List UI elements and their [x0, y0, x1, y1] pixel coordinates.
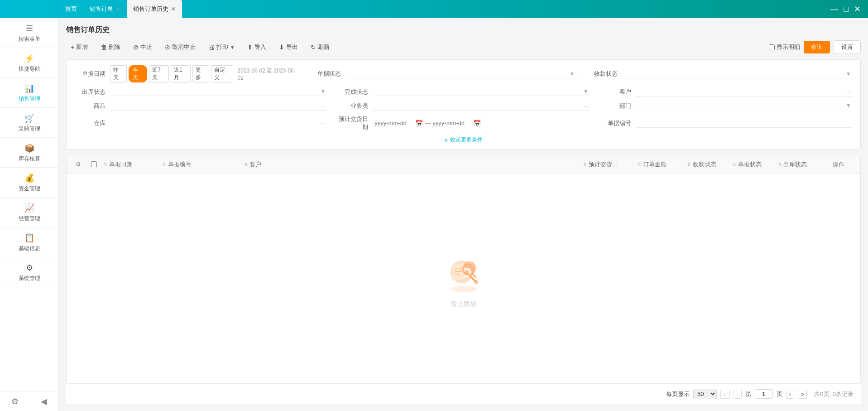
filter-row-4: 仓库 ··· 预计交货日期 📅 — 📅 单据编号 [74, 115, 853, 131]
print-icon: 🖨 [208, 44, 215, 51]
pay-status-label: 收款状态 [586, 70, 622, 78]
total-info: 共0页, 0条记录 [814, 390, 854, 398]
sidebar-item-sales-mgmt-label: 销售管理 [19, 95, 40, 103]
display-toggle[interactable]: 显示明细 [769, 43, 800, 51]
new-button[interactable]: + 新增 [66, 41, 92, 53]
sidebar-collapse-icon[interactable]: ◀ [41, 396, 47, 406]
date-btn-yesterday[interactable]: 昨天 [110, 65, 127, 82]
query-button[interactable]: 查询 [804, 41, 830, 53]
sidebar-item-base-info[interactable]: 📋 基础信息 [0, 227, 58, 257]
delivery-date-start-cal-icon[interactable]: 📅 [415, 120, 423, 127]
stop-label: 中止 [140, 43, 152, 51]
sidebar-item-base-info-label: 基础信息 [19, 245, 40, 252]
tab-sales-order-close[interactable]: ✕ [116, 6, 120, 12]
export-button[interactable]: ⬇ 导出 [274, 41, 302, 53]
stop-icon: ⊘ [133, 44, 139, 51]
sidebar-item-search-menu[interactable]: ☰ 搜索菜单 [0, 18, 58, 48]
tab-sales-order-history-close[interactable]: ✕ [171, 6, 176, 12]
th-sort-amount-icon[interactable]: ⇅ [638, 162, 641, 167]
main-layout: ☰ 搜索菜单 ⚡ 快捷导航 📊 销售管理 🛒 采购管理 📦 库存核算 💰 资金管… [0, 18, 868, 411]
base-info-icon: 📋 [24, 233, 34, 243]
tab-sales-order[interactable]: 销售订单 ✕ [83, 0, 127, 18]
sidebar-item-ops[interactable]: 📈 经营管理 [0, 198, 58, 227]
display-toggle-checkbox[interactable] [769, 44, 775, 50]
next-page-button[interactable]: › [786, 390, 794, 399]
date-btn-last1m[interactable]: 近1月 [171, 65, 191, 82]
window-close-icon[interactable]: ✕ [851, 4, 863, 14]
goods-more-btn[interactable]: ··· [321, 102, 326, 109]
sidebar-item-purchase-mgmt-label: 采购管理 [19, 125, 40, 133]
th-sort-delivery-icon[interactable]: ⇅ [583, 162, 587, 167]
th-sort-pay-status-icon[interactable]: ⇅ [687, 162, 691, 167]
prev-page-button[interactable]: ‹ [734, 390, 742, 399]
date-btn-custom[interactable]: 自定义 [211, 65, 233, 82]
th-delivery: ⇅ 预计交货... [580, 160, 635, 169]
sidebar-item-sys-mgmt[interactable]: ⚙ 系统管理 [0, 257, 58, 287]
delete-button[interactable]: 🗑 删除 [96, 41, 125, 53]
collapse-row[interactable]: ∧ 收起更多条件 [74, 136, 853, 144]
stop-button[interactable]: ⊘ 中止 [129, 41, 157, 53]
refresh-button[interactable]: ↻ 刷新 [306, 41, 334, 53]
date-btn-today[interactable]: 今天 [129, 65, 147, 82]
th-out-status: ⇅ 出库状态 [775, 160, 820, 169]
sidebar-item-inventory[interactable]: 📦 库存核算 [0, 138, 58, 168]
content-area: 销售订单历史 + 新增 🗑 删除 ⊘ 中止 ⊘ 取消中止 🖨 打印 ▼ [59, 18, 868, 411]
window-maximize-icon[interactable]: □ [841, 5, 851, 14]
sidebar-item-sales-mgmt[interactable]: 📊 销售管理 [0, 78, 58, 108]
last-page-button[interactable]: » [798, 390, 807, 399]
tab-sales-order-label: 销售订单 [90, 5, 113, 13]
sidebar-item-purchase-mgmt[interactable]: 🛒 采购管理 [0, 108, 58, 138]
warehouse-label: 仓库 [74, 119, 110, 127]
complete-status-chevron[interactable]: ▼ [583, 88, 589, 95]
salesperson-more-btn[interactable]: ··· [583, 102, 589, 109]
tab-home-label: 首页 [65, 5, 77, 13]
cancel-stop-button[interactable]: ⊘ 取消中止 [160, 41, 200, 53]
th-sort-number-icon[interactable]: ⇅ [163, 162, 166, 167]
th-sort-order-status-icon[interactable]: ⇅ [733, 162, 736, 167]
sidebar-item-finance[interactable]: 💰 资金管理 [0, 168, 58, 198]
display-toggle-label: 显示明细 [777, 43, 800, 51]
settings-button[interactable]: 设置 [834, 40, 861, 54]
th-sort-date-icon[interactable]: ⇅ [104, 162, 107, 167]
date-btn-last7[interactable]: 近7天 [149, 65, 169, 82]
tab-home[interactable]: 首页 [59, 0, 83, 18]
tab-sales-order-history[interactable]: 销售订单历史 ✕ [127, 0, 182, 18]
delete-icon: 🗑 [101, 44, 107, 51]
out-status-chevron[interactable]: ▼ [320, 88, 326, 95]
dept-chevron[interactable]: ▼ [846, 102, 851, 109]
delivery-date-end-input[interactable] [432, 120, 473, 126]
first-page-button[interactable]: « [720, 390, 730, 399]
sidebar-bottom: ⚙ ◀ [0, 392, 58, 411]
cancel-stop-icon: ⊘ [165, 44, 170, 51]
table-settings-icon[interactable]: ⚙ [70, 161, 86, 168]
svg-point-0 [450, 285, 476, 291]
sidebar-settings-icon[interactable]: ⚙ [11, 396, 19, 406]
table-select-all-checkbox[interactable] [91, 161, 97, 167]
date-label: 单据日期 [74, 70, 110, 78]
import-button[interactable]: ⬆ 导入 [243, 41, 271, 53]
print-button[interactable]: 🖨 打印 ▼ [204, 41, 239, 53]
order-status-chevron[interactable]: ▼ [570, 71, 575, 77]
warehouse-more-btn[interactable]: ··· [321, 120, 326, 127]
th-sort-customer-icon[interactable]: ⇅ [244, 162, 248, 167]
pagination: 每页显示 50 20 100 « ‹ 第 页 › » 共0页, 0条记录 [66, 384, 861, 404]
sidebar-item-quick-nav-label: 快捷导航 [19, 65, 40, 73]
window-minimize-icon[interactable]: — [827, 5, 841, 14]
sidebar: ☰ 搜索菜单 ⚡ 快捷导航 📊 销售管理 🛒 采购管理 📦 库存核算 💰 资金管… [0, 18, 59, 411]
delivery-date-end-cal-icon[interactable]: 📅 [473, 120, 481, 127]
page-title: 销售订单历史 [66, 25, 861, 35]
date-quick-btns: 昨天 今天 近7天 近1月 更多 自定义 [110, 65, 233, 82]
date-btn-more[interactable]: 更多 [192, 65, 209, 82]
delivery-date-start-input[interactable] [374, 120, 415, 126]
th-sort-out-status-icon[interactable]: ⇅ [778, 162, 782, 167]
table-wrap: ⚙ ⇅ 单据日期 ⇅ 单据编号 ⇅ 客户 ⇅ 预计交货. [66, 155, 861, 384]
complete-status-label: 完成状态 [336, 88, 373, 96]
dept-label: 部门 [599, 102, 636, 110]
page-size-select[interactable]: 50 20 100 [693, 389, 717, 399]
out-status-label: 出库状态 [74, 88, 110, 96]
customer-more-btn[interactable]: ··· [846, 88, 851, 95]
page-input[interactable] [755, 389, 773, 399]
order-number-input[interactable] [638, 120, 851, 126]
sidebar-item-quick-nav[interactable]: ⚡ 快捷导航 [0, 48, 58, 78]
pay-status-chevron[interactable]: ▼ [846, 71, 851, 77]
